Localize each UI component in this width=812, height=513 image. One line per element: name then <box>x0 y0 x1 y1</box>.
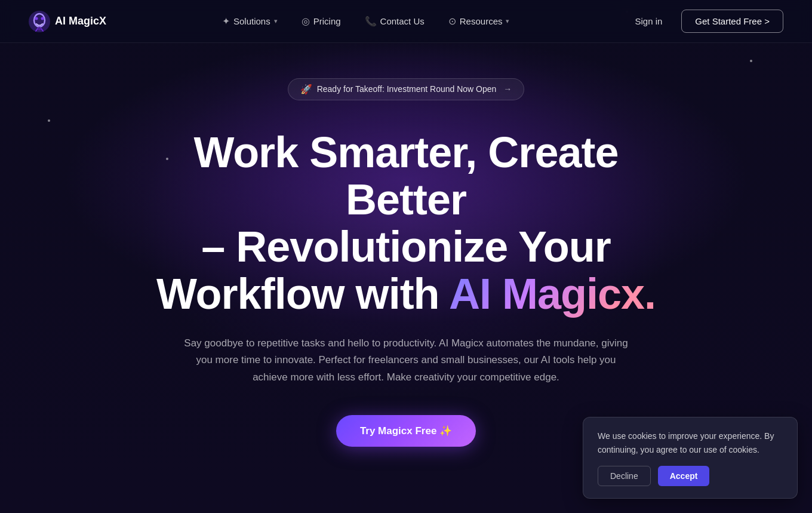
rocket-icon: 🚀 <box>300 84 312 95</box>
navbar: AI MagicX ✦ Solutions ▾ ◎ Pricing 📞 Cont… <box>0 0 812 43</box>
logo[interactable]: AI MagicX <box>29 11 106 32</box>
heading-gradient: AI Magicx. <box>449 270 656 318</box>
get-started-button[interactable]: Get Started Free > <box>681 10 783 33</box>
svg-point-3 <box>41 17 44 20</box>
nav-link-solutions[interactable]: ✦ Solutions ▾ <box>213 11 287 32</box>
solutions-label: Solutions <box>233 16 270 26</box>
nav-links: ✦ Solutions ▾ ◎ Pricing 📞 Contact Us ⊙ R… <box>213 11 519 32</box>
try-free-button[interactable]: Try Magicx Free ✨ <box>336 415 476 447</box>
contact-icon: 📞 <box>365 16 377 27</box>
logo-text: AI MagicX <box>55 15 106 27</box>
sign-in-button[interactable]: Sign in <box>625 11 672 31</box>
nav-link-resources[interactable]: ⊙ Resources ▾ <box>439 11 519 32</box>
pricing-icon: ◎ <box>302 16 310 27</box>
banner-text: Ready for Takeoff: Investment Round Now … <box>317 84 497 94</box>
arrow-icon: → <box>503 84 512 94</box>
nav-link-pricing[interactable]: ◎ Pricing <box>292 11 350 32</box>
heading-line1: Work Smarter, Create Better <box>193 128 618 223</box>
pricing-label: Pricing <box>313 16 341 26</box>
decline-button[interactable]: Decline <box>598 466 651 486</box>
cookie-text: We use cookies to improve your experienc… <box>598 429 783 456</box>
nav-right: Sign in Get Started Free > <box>625 10 783 33</box>
cookie-banner: We use cookies to improve your experienc… <box>583 417 798 499</box>
contact-label: Contact Us <box>380 16 425 26</box>
heading-line2: – Revolutionize Your <box>201 223 610 271</box>
decorative-dot <box>48 119 50 122</box>
nav-link-contact[interactable]: 📞 Contact Us <box>355 11 434 32</box>
heading-line3-plain: Workflow with <box>156 270 449 318</box>
accept-button[interactable]: Accept <box>658 466 710 486</box>
solutions-icon: ✦ <box>222 16 230 27</box>
resources-icon: ⊙ <box>448 16 456 27</box>
decorative-dot <box>750 60 752 62</box>
announcement-banner[interactable]: 🚀 Ready for Takeoff: Investment Round No… <box>288 78 525 100</box>
resources-label: Resources <box>460 16 503 26</box>
cookie-buttons: Decline Accept <box>598 466 783 486</box>
hero-subtext: Say goodbye to repetitive tasks and hell… <box>179 335 633 387</box>
chevron-down-icon-2: ▾ <box>506 17 509 25</box>
svg-point-2 <box>35 17 38 20</box>
hero-heading: Work Smarter, Create Better – Revolution… <box>149 129 663 318</box>
chevron-down-icon: ▾ <box>274 17 278 25</box>
